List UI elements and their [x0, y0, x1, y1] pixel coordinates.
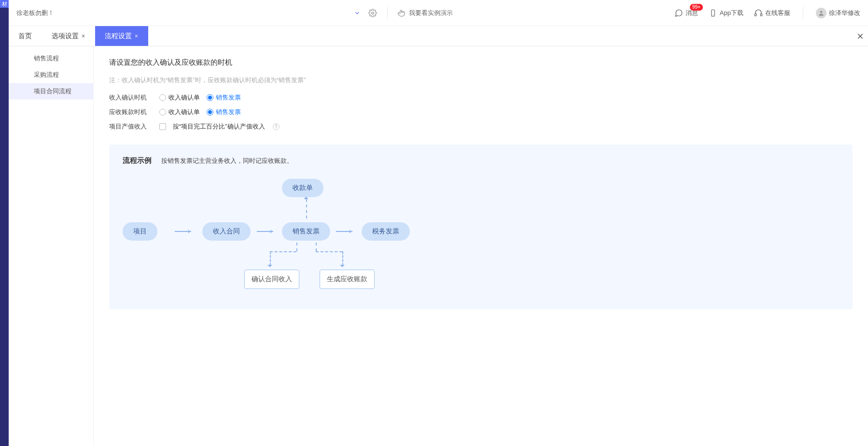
node-gen-receivable: 生成应收账款: [320, 270, 375, 289]
page-title: 请设置您的收入确认及应收账款的时机: [109, 58, 853, 67]
arrow-icon: [257, 231, 273, 232]
revenue-label: 收入确认时机: [109, 93, 153, 102]
revenue-radio-confirm[interactable]: 收入确认单: [159, 93, 200, 102]
hand-icon: [397, 9, 406, 17]
project-value-label: 项目产值收入: [109, 122, 153, 131]
gear-icon[interactable]: [368, 8, 378, 18]
top-bar: 徐老板勿删！ 我要看实例演示: [9, 0, 868, 26]
receivable-label: 应收账款时机: [109, 108, 153, 116]
dashed-line: [270, 251, 296, 252]
org-selector[interactable]: 徐老板勿删！: [16, 9, 132, 17]
svg-point-5: [820, 11, 823, 13]
dashed-line: [342, 251, 343, 266]
dashed-line: [270, 251, 271, 266]
node-project: 项目: [123, 222, 157, 241]
divider: [387, 7, 388, 19]
flow-example-panel: 流程示例 按销售发票记主营业务收入，同时记应收账款。 项目 收入合同 销售发票 …: [109, 144, 853, 309]
checkbox-label: 按“项目完工百分比”确认产值收入: [173, 122, 265, 131]
demo-link[interactable]: 我要看实例演示: [397, 9, 453, 17]
node-receipt: 收款单: [282, 179, 323, 197]
headset-icon: [754, 9, 763, 17]
tabs-bar: 首页选项设置×流程设置×: [9, 26, 868, 46]
left-strip-badge: 材: [0, 0, 9, 8]
dashed-line: [316, 243, 317, 251]
svg-rect-3: [755, 14, 756, 16]
left-nav-strip[interactable]: 材: [0, 0, 9, 446]
sidebar-item-1[interactable]: 采购流程: [9, 67, 93, 83]
user-menu[interactable]: 徐泽华修改: [816, 8, 860, 18]
svg-rect-1: [712, 10, 715, 16]
messages-button[interactable]: 消息 99+: [674, 9, 698, 17]
content-area: 请设置您的收入确认及应收账款的时机 注：收入确认时机为“销售发票”时，应收账款确…: [94, 46, 868, 446]
divider: [803, 7, 803, 19]
mobile-icon: [709, 9, 717, 17]
chevron-down-icon[interactable]: [353, 9, 361, 17]
notification-badge: 99+: [690, 4, 703, 11]
percentage-checkbox[interactable]: [159, 123, 166, 130]
dashed-line: [316, 251, 342, 252]
arrow-head-icon: [304, 194, 308, 199]
close-all-tabs-button[interactable]: [856, 26, 864, 46]
node-confirm-income: 确认合同收入: [244, 270, 299, 289]
sidebar: 销售流程采购流程项目合同流程: [9, 46, 94, 446]
close-icon[interactable]: ×: [82, 33, 85, 40]
tab-1[interactable]: 选项设置×: [42, 26, 95, 46]
note-text: 注：收入确认时机为“销售发票”时，应收账款确认时机必须为“销售发票”: [109, 76, 853, 85]
receivable-radio-confirm[interactable]: 收入确认单: [159, 108, 200, 116]
flow-title: 流程示例: [123, 156, 152, 165]
node-income-contract: 收入合同: [202, 222, 251, 241]
svg-point-0: [372, 12, 374, 14]
tab-2[interactable]: 流程设置×: [95, 26, 148, 46]
tab-0[interactable]: 首页: [9, 26, 42, 46]
dashed-line: [306, 199, 307, 218]
flow-diagram: 项目 收入合同 销售发票 税务发票 收款单: [123, 179, 470, 290]
app-download-button[interactable]: App下载: [709, 9, 743, 17]
support-button[interactable]: 在线客服: [754, 9, 790, 17]
arrow-icon: [336, 231, 352, 232]
receivable-radio-invoice[interactable]: 销售发票: [207, 108, 241, 116]
arrow-head-icon: [267, 265, 272, 270]
svg-rect-4: [760, 14, 762, 16]
org-name: 徐老板勿删！: [16, 9, 54, 17]
close-icon[interactable]: ×: [135, 33, 138, 40]
arrow-icon: [175, 231, 191, 232]
arrow-head-icon: [340, 265, 345, 270]
help-icon[interactable]: ?: [273, 123, 280, 130]
dashed-line: [296, 243, 297, 251]
avatar-icon: [816, 8, 826, 18]
node-tax-invoice: 税务发票: [362, 222, 410, 241]
flow-desc: 按销售发票记主营业务收入，同时记应收账款。: [161, 157, 293, 165]
message-icon: [674, 9, 683, 17]
node-sales-invoice: 销售发票: [282, 222, 330, 241]
revenue-radio-invoice[interactable]: 销售发票: [207, 93, 241, 102]
sidebar-item-2[interactable]: 项目合同流程: [9, 83, 93, 100]
sidebar-item-0[interactable]: 销售流程: [9, 50, 93, 67]
